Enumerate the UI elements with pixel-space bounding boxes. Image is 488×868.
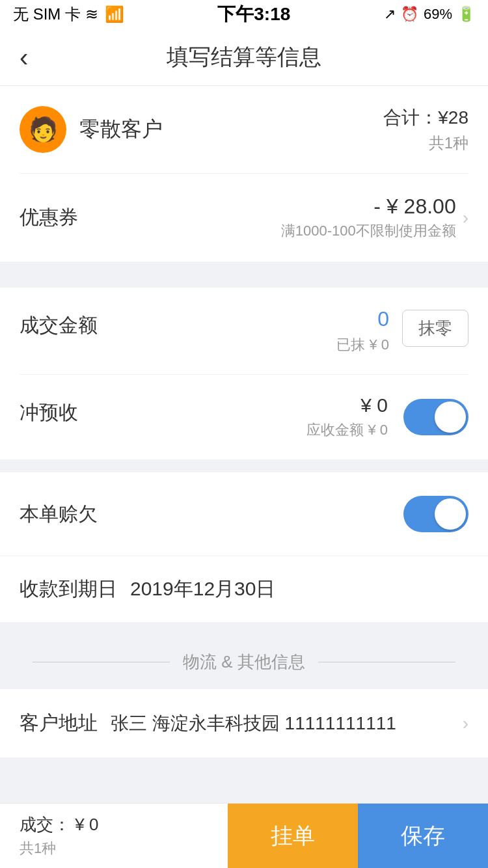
page-title: 填写结算等信息 xyxy=(167,42,321,72)
logistics-title: 物流 & 其他信息 xyxy=(183,651,305,673)
status-bar: 无 SIM 卡 ≋ 📶 下午3:18 ↗ ⏰ 69% 🔋 xyxy=(0,0,488,29)
form-section: 成交金额 0 已抹 ¥ 0 抹零 冲预收 ¥ 0 应收金额 ¥ 0 xyxy=(0,288,488,459)
battery-label: 69% xyxy=(424,6,452,23)
customer-left: 🧑 零散客户 xyxy=(20,106,163,153)
section-gap-2 xyxy=(0,459,488,472)
address-value: 张三 海淀永丰科技园 11111111111 xyxy=(111,711,463,736)
date-row: 收款到期日 2019年12月30日 xyxy=(0,556,488,622)
coupon-row[interactable]: 优惠券 - ¥ 28.00 满1000-100不限制使用金额 › xyxy=(0,174,488,262)
status-left: 无 SIM 卡 ≋ 📶 xyxy=(13,4,124,25)
round-zero-button[interactable]: 抹零 xyxy=(402,310,468,347)
amount-value-wrap: 0 已抹 ¥ 0 xyxy=(336,307,389,355)
amount-label: 成交金额 xyxy=(20,307,98,339)
logistics-divider xyxy=(0,622,488,635)
bottom-deal-label: 成交： ¥ 0 xyxy=(20,813,208,836)
save-button[interactable]: 保存 xyxy=(358,804,488,868)
customer-row: 🧑 零散客户 合计：¥28 共1种 xyxy=(0,86,488,173)
nav-bar: ‹ 填写结算等信息 xyxy=(0,29,488,86)
prepay-right: ¥ 0 应收金额 ¥ 0 xyxy=(306,394,468,440)
bottom-bar: 成交： ¥ 0 共1种 挂单 保存 xyxy=(0,803,488,868)
logistics-header: 物流 & 其他信息 xyxy=(0,635,488,689)
battery-icon: 🔋 xyxy=(457,6,475,23)
coupon-desc: 满1000-100不限制使用金额 xyxy=(281,221,456,241)
chevron-right-icon: › xyxy=(463,208,468,228)
debt-row: 本单赊欠 xyxy=(0,472,488,556)
total-amount: 合计：¥28 xyxy=(383,105,468,130)
section-gap-1 xyxy=(0,275,488,288)
avatar-icon: 🧑 xyxy=(29,116,58,143)
coupon-label: 优惠券 xyxy=(20,204,78,231)
status-time: 下午3:18 xyxy=(217,2,290,27)
customer-name: 零散客户 xyxy=(79,115,163,144)
coupon-discount: - ¥ 28.00 xyxy=(281,195,456,219)
customer-section: 🧑 零散客户 合计：¥28 共1种 优惠券 - ¥ 28.00 满1000-10… xyxy=(0,86,488,262)
sim-label: 无 SIM 卡 ≋ xyxy=(13,4,98,25)
address-row[interactable]: 客户地址 张三 海淀永丰科技园 11111111111 › xyxy=(0,689,488,757)
date-label: 收款到期日 xyxy=(20,576,117,603)
location-icon: ↗ xyxy=(384,6,396,23)
main-content: 🧑 零散客户 合计：¥28 共1种 优惠券 - ¥ 28.00 满1000-10… xyxy=(0,86,488,868)
prepay-toggle[interactable] xyxy=(403,399,468,435)
prepay-label: 冲预收 xyxy=(20,394,78,426)
prepay-value-wrap: ¥ 0 应收金额 ¥ 0 xyxy=(306,394,388,440)
address-chevron-icon: › xyxy=(463,713,468,734)
date-value: 2019年12月30日 xyxy=(130,576,275,603)
prepay-sub: 应收金额 ¥ 0 xyxy=(306,420,388,440)
back-button[interactable]: ‹ xyxy=(20,44,28,70)
coupon-info: - ¥ 28.00 满1000-100不限制使用金额 xyxy=(281,195,456,241)
amount-sub: 已抹 ¥ 0 xyxy=(336,335,389,355)
address-label: 客户地址 xyxy=(20,710,98,737)
debt-toggle[interactable] xyxy=(403,496,468,532)
total-count: 共1种 xyxy=(383,133,468,154)
coupon-right: - ¥ 28.00 满1000-100不限制使用金额 › xyxy=(281,195,468,241)
wifi-icon: 📶 xyxy=(105,5,124,23)
amount-right: 0 已抹 ¥ 0 抹零 xyxy=(336,307,468,355)
bottom-info: 成交： ¥ 0 共1种 xyxy=(0,804,228,868)
alarm-icon: ⏰ xyxy=(401,6,418,23)
amount-value: 0 xyxy=(336,307,389,331)
status-right: ↗ ⏰ 69% 🔋 xyxy=(384,6,475,23)
avatar: 🧑 xyxy=(20,106,66,153)
customer-right: 合计：¥28 共1种 xyxy=(383,105,468,154)
debt-label: 本单赊欠 xyxy=(20,501,98,528)
amount-row: 成交金额 0 已抹 ¥ 0 抹零 xyxy=(20,288,468,375)
prepay-value: ¥ 0 xyxy=(306,394,388,416)
hold-button[interactable]: 挂单 xyxy=(228,804,358,868)
bottom-count-label: 共1种 xyxy=(20,839,208,858)
prepay-row: 冲预收 ¥ 0 应收金额 ¥ 0 xyxy=(20,375,468,459)
